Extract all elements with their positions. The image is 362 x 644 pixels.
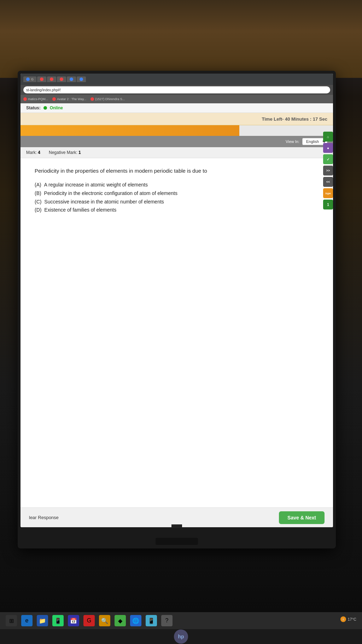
bookmarks-bar: matics-PQM... Avatar 2 : The Way... (152… — [21, 95, 333, 103]
status-label: Status: — [26, 105, 41, 110]
webpage: Status: Online Time Left- 40 Minutes : 1… — [21, 103, 333, 527]
google-icon3 — [80, 77, 83, 81]
clear-response-button[interactable]: lear Response — [29, 515, 59, 520]
option-b-text: Periodicity in the electronic configurat… — [44, 189, 177, 198]
option-c-text: Successive increase in the atomic number… — [44, 198, 164, 206]
tab-g1-label: G — [31, 77, 34, 81]
question-area: Periodicity in the properties of element… — [21, 158, 333, 223]
taskbar-whatsapp[interactable]: 📱 — [52, 615, 64, 626]
option-d-label: (D) — [35, 206, 43, 214]
taskbar: ⊞ e 📁 📱 📅 G 🔍 ◆ 🌐 📱 ? 🌡 17°C hp — [0, 612, 362, 644]
tab-g2[interactable] — [67, 76, 76, 82]
temperature-icon: 🌡 — [340, 616, 346, 622]
side-panel: ⌂ ● ✓ >> << /spe 1 — [323, 132, 333, 209]
option-b-label: (B) — [35, 189, 43, 198]
option-d[interactable]: (D) Existence of families of elements — [35, 206, 319, 214]
taskbar-g[interactable]: G — [83, 615, 95, 626]
address-bar-row: st-landing/index.php#! — [21, 85, 333, 95]
taskbar-ie[interactable]: e — [21, 615, 33, 626]
option-c-label: (C) — [35, 198, 43, 206]
timer-text: Time Left- 40 Minutes : 17 Sec — [262, 116, 327, 122]
side-btn-forward[interactable]: >> — [323, 166, 333, 176]
status-online: Online — [50, 105, 63, 110]
monitor: G st-lan — [18, 71, 336, 548]
timer-value: 40 Minutes : 17 Sec — [285, 116, 327, 122]
progress-bar-container — [21, 125, 333, 136]
negative-mark-label: Negative Mark: — [49, 150, 77, 155]
marks-row: Mark: 4 Negative Mark: 1 — [21, 147, 333, 158]
mark-value: 4 — [38, 150, 40, 155]
bm-dhirendra-label: (1527) Dhirendra S... — [95, 97, 125, 101]
bookmark-matics[interactable]: matics-PQM... — [23, 97, 48, 101]
taskbar-browser[interactable]: 🌐 — [130, 615, 141, 626]
taskbar-search[interactable]: 🔍 — [99, 615, 110, 626]
bookmark-dhirendra[interactable]: (1527) Dhirendra S... — [90, 97, 125, 101]
option-a-label: (A) — [35, 181, 43, 189]
taskbar-shape[interactable]: ◆ — [115, 615, 126, 626]
option-a-text: A regular increase in atomic weight of e… — [44, 181, 148, 189]
mark-item: Mark: 4 — [26, 150, 40, 155]
side-btn-spa[interactable]: /spe — [323, 188, 333, 198]
address-bar[interactable]: st-landing/index.php#! — [23, 86, 330, 93]
bm-matics-label: matics-PQM... — [28, 97, 48, 101]
save-next-button[interactable]: Save & Next — [279, 511, 325, 524]
view-in-row: View In: English Hindi — [21, 136, 333, 147]
option-a[interactable]: (A) A regular increase in atomic weight … — [35, 181, 319, 189]
side-btn-home[interactable]: ⌂ — [323, 132, 333, 142]
status-bar: Status: Online — [21, 103, 333, 113]
tab-yt1[interactable] — [37, 76, 46, 82]
progress-bar-fill — [21, 125, 239, 136]
side-btn-back[interactable]: << — [323, 177, 333, 187]
option-b[interactable]: (B) Periodicity in the electronic config… — [35, 189, 319, 198]
timer-bar: Time Left- 40 Minutes : 17 Sec — [21, 113, 333, 125]
browser-tabs: G — [23, 76, 330, 82]
taskbar-bottom: hp — [0, 629, 362, 644]
question-text: Periodicity in the properties of element… — [35, 167, 319, 175]
option-d-text: Existence of families of elements — [44, 206, 116, 214]
side-btn-num[interactable]: 1 — [323, 200, 333, 209]
side-btn-check[interactable]: ✓ — [323, 154, 333, 164]
desk-area — [0, 0, 362, 78]
monitor-stand — [156, 538, 198, 545]
bm-icon-matics — [23, 97, 27, 101]
tab-yt3[interactable] — [57, 76, 66, 82]
taskbar-explorer[interactable]: 📁 — [37, 615, 48, 626]
yt-icon3 — [60, 77, 63, 81]
taskbar-help[interactable]: ? — [161, 615, 173, 626]
yt-icon — [40, 77, 43, 81]
bookmark-avatar[interactable]: Avatar 2 : The Way... — [52, 97, 86, 101]
taskbar-top: ⊞ e 📁 📱 📅 G 🔍 ◆ 🌐 📱 ? 🌡 17°C — [0, 612, 362, 629]
negative-mark-value: 1 — [78, 150, 81, 155]
status-dot — [43, 106, 47, 110]
taskbar-temp-area: 🌡 17°C — [340, 616, 356, 622]
yt-icon2 — [50, 77, 53, 81]
tab-g1[interactable]: G — [23, 76, 36, 82]
option-c[interactable]: (C) Successive increase in the atomic nu… — [35, 198, 319, 206]
monitor-neck — [171, 524, 182, 528]
monitor-screen: G st-lan — [21, 74, 333, 527]
bm-avatar-label: Avatar 2 : The Way... — [57, 97, 86, 101]
side-btn-profile[interactable]: ● — [323, 143, 333, 153]
taskbar-app[interactable]: 📱 — [146, 615, 157, 626]
taskbar-calendar[interactable]: 📅 — [68, 615, 79, 626]
address-text: st-landing/index.php#! — [26, 88, 61, 92]
hp-label: hp — [178, 634, 184, 639]
bm-icon-dhirendra — [90, 97, 94, 101]
bm-icon-avatar — [52, 97, 56, 101]
timer-label: Time Left- — [262, 116, 284, 122]
view-in-label: View In: — [286, 139, 299, 144]
browser-chrome: G — [21, 74, 333, 85]
negative-mark-item: Negative Mark: 1 — [49, 150, 81, 155]
mark-label: Mark: — [26, 150, 37, 155]
google-icon2 — [70, 77, 73, 81]
google-icon — [26, 77, 30, 81]
taskbar-start[interactable]: ⊞ — [6, 615, 17, 626]
temperature-value: 17°C — [348, 617, 356, 621]
tab-yt2[interactable] — [47, 76, 56, 82]
tab-g3[interactable] — [77, 76, 86, 82]
hp-logo: hp — [174, 629, 188, 644]
